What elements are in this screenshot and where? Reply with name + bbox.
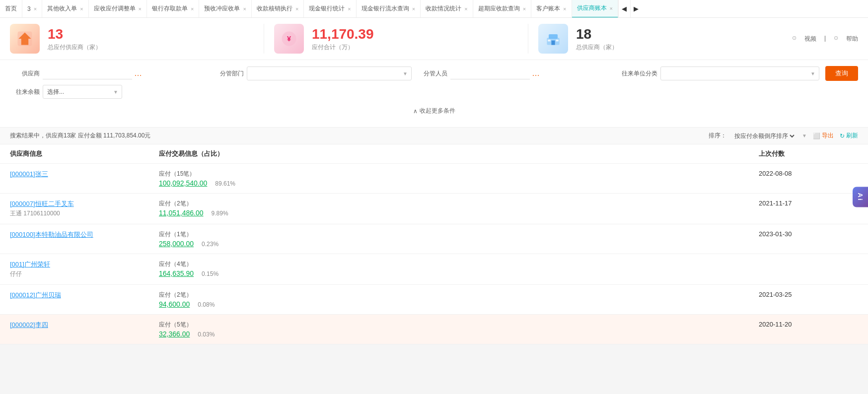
svg-rect-8: [556, 40, 558, 42]
close-icon[interactable]: ×: [610, 5, 613, 11]
total-count-label: 总供应商（家）: [576, 43, 618, 52]
table-row: [000001]张三 应付（15笔） 100,092,540.00 89.61%…: [0, 164, 868, 194]
txn-pct: 0.08%: [198, 301, 215, 308]
nav-tab-ap-adjust[interactable]: 应收应付调整单 ×: [89, 0, 147, 18]
txn-pct: 0.03%: [198, 331, 215, 338]
last-pay-cell: 2020-11-20: [759, 321, 858, 328]
nav-tab-customer-account[interactable]: 客户账本 ×: [531, 0, 572, 18]
filter-balance-label: 往来余额: [10, 88, 40, 96]
amount-text: 11,170.39 应付合计（万）: [312, 26, 374, 52]
nav-tab-cash-bank-flow[interactable]: 现金银行流水查询 ×: [357, 0, 421, 18]
vendor-sub: 仔仔: [10, 270, 159, 278]
txn-cell: 应付（4笔） 164,635.90 0.15%: [159, 260, 759, 277]
txn-amount[interactable]: 94,600.00: [159, 300, 190, 308]
nav-tab-other-income[interactable]: 其他收入单 ×: [42, 0, 88, 18]
txn-row: 11,051,486.00 9.89%: [159, 208, 759, 217]
nav-tab-home[interactable]: 首页: [0, 0, 22, 18]
help-link[interactable]: 帮助: [846, 35, 858, 43]
nav-tab-vendor-account[interactable]: 供应商账本 ×: [572, 0, 618, 18]
circle-icon: ⊙: [792, 35, 796, 41]
txn-label: 应付（2笔）: [159, 199, 759, 208]
close-icon[interactable]: ×: [139, 6, 142, 12]
close-icon[interactable]: ×: [80, 6, 83, 12]
txn-label: 应付（1笔）: [159, 230, 759, 239]
filter-person-label: 分管人员: [418, 69, 447, 78]
txn-amount[interactable]: 258,000.00: [159, 240, 194, 248]
nav-tab-cash-bank-flow-label: 现金银行流水查询: [362, 4, 409, 13]
txn-cell: 应付（2笔） 11,051,486.00 9.89%: [159, 199, 759, 217]
nav-tab-cash-bank-stats[interactable]: 现金银行统计 ×: [304, 0, 356, 18]
collapse-label: 收起更多条件: [420, 107, 455, 115]
total-icon: [538, 24, 568, 54]
close-icon[interactable]: ×: [412, 6, 415, 12]
refresh-icon: ↻: [840, 132, 845, 139]
vendor-cell: [000100]本特勒油品有限公司: [10, 230, 159, 239]
col-header-vendor: 供应商信息: [10, 149, 159, 158]
nav-tab-receipt-stats-label: 收款情况统计: [426, 4, 461, 13]
vendor-link[interactable]: [000002]李四: [10, 321, 48, 328]
nav-tab-receipt-verify-label: 收款核销执行: [257, 4, 292, 13]
collapse-button[interactable]: ∧ 收起更多条件: [413, 107, 455, 115]
nav-tab-prepay[interactable]: 预收冲应收单 ×: [199, 0, 251, 18]
nav-tab-overdue[interactable]: 超期应收款查询 ×: [473, 0, 531, 18]
vendor-link[interactable]: [001]广州荣轩: [10, 261, 50, 268]
last-pay-date: 2021-03-25: [759, 291, 792, 298]
nav-tab-home-label: 首页: [5, 4, 17, 13]
filter-person-input[interactable]: [450, 68, 530, 79]
filter-dept-select[interactable]: [247, 66, 412, 80]
filter-item-balance: 往来余额 选择... ▼: [10, 85, 858, 99]
vendor-cell: [001]广州荣轩 仔仔: [10, 260, 159, 278]
stat-amount: ¥ 11,170.39 应付合计（万）: [274, 24, 528, 54]
vendor-dots-icon[interactable]: …: [134, 69, 142, 78]
video-link[interactable]: 视频: [804, 35, 816, 43]
txn-pct: 89.61%: [215, 180, 235, 187]
total-text: 18 总供应商（家）: [576, 26, 618, 52]
sort-select[interactable]: 按应付余额倒序排序: [732, 132, 796, 140]
person-dots-icon[interactable]: …: [532, 69, 540, 78]
ai-fab-button[interactable]: Ai: [853, 187, 868, 207]
nav-tab-receipt-verify[interactable]: 收款核销执行 ×: [252, 0, 304, 18]
export-button[interactable]: ⬜ 导出: [813, 131, 834, 140]
refresh-button[interactable]: ↻ 刷新: [840, 131, 858, 140]
txn-amount[interactable]: 164,635.90: [159, 269, 194, 277]
filter-vendor-input[interactable]: [43, 68, 132, 79]
table-row: [000002]李四 应付（5笔） 32,366.00 0.03% 2020-1…: [0, 315, 868, 344]
search-button[interactable]: 查询: [825, 66, 858, 81]
txn-amount[interactable]: 32,366.00: [159, 330, 190, 338]
table-row: [000012]广州贝瑞 应付（2笔） 94,600.00 0.08% 2021…: [0, 285, 868, 315]
vendor-cell: [000001]张三: [10, 170, 159, 179]
filter-category-select[interactable]: [660, 66, 820, 80]
filter-category-label: 往来单位分类: [622, 69, 657, 78]
vendor-link[interactable]: [000012]广州贝瑞: [10, 291, 61, 299]
txn-pct: 0.15%: [202, 270, 218, 277]
nav-arrow-left[interactable]: ◀: [618, 0, 630, 18]
close-icon[interactable]: ×: [464, 6, 467, 12]
nav-tab-receipt-stats[interactable]: 收款情况统计 ×: [421, 0, 473, 18]
vendor-link[interactable]: [000100]本特勒油品有限公司: [10, 231, 93, 238]
close-icon[interactable]: ×: [34, 6, 37, 12]
vendor-cell: [000002]李四: [10, 321, 159, 329]
svg-rect-7: [548, 40, 550, 42]
table-container: 供应商信息 应付交易信息（占比） 上次付数 [000001]张三 应付（15笔）…: [0, 144, 868, 344]
vendor-link[interactable]: [000001]张三: [10, 170, 48, 178]
filter-balance-select[interactable]: 选择...: [43, 85, 122, 99]
nav-tab-3[interactable]: 3 ×: [22, 0, 42, 18]
close-icon[interactable]: ×: [348, 6, 351, 12]
txn-row: 164,635.90 0.15%: [159, 268, 759, 277]
nav-tab-prepay-label: 预收冲应收单: [204, 4, 240, 13]
txn-amount[interactable]: 100,092,540.00: [159, 179, 207, 187]
close-icon[interactable]: ×: [523, 6, 526, 12]
vendor-link[interactable]: [000007]恒旺二手叉车: [10, 200, 74, 207]
total-count-value: 18: [576, 26, 618, 43]
nav-tab-overdue-label: 超期应收款查询: [478, 4, 520, 13]
nav-arrow-right[interactable]: ▶: [630, 0, 642, 18]
close-icon[interactable]: ×: [295, 6, 298, 12]
nav-tab-bank-deposit[interactable]: 银行存取款单 ×: [147, 0, 199, 18]
close-icon[interactable]: ×: [191, 6, 194, 12]
close-icon[interactable]: ×: [563, 6, 566, 12]
txn-amount[interactable]: 11,051,486.00: [159, 209, 204, 217]
filter-item-person: 分管人员 …: [418, 68, 616, 79]
close-icon[interactable]: ×: [243, 6, 246, 12]
table-body: [000001]张三 应付（15笔） 100,092,540.00 89.61%…: [0, 164, 868, 344]
stat-divider-1: [264, 24, 264, 54]
